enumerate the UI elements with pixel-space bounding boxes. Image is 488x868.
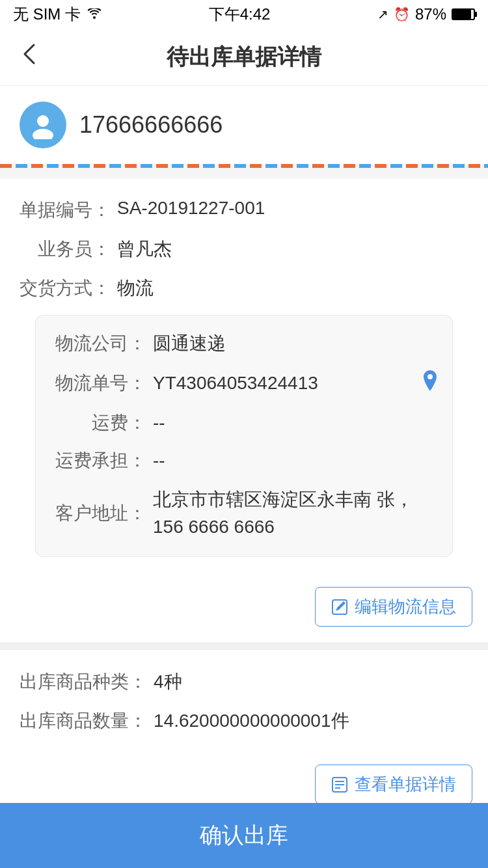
delivery-row: 交货方式： 物流 (20, 276, 468, 301)
address-label: 客户地址： (49, 501, 146, 526)
status-left: 无 SIM 卡 (13, 4, 102, 25)
customer-phone: 17666666666 (79, 111, 223, 139)
document-number-value: SA-20191227-001 (117, 198, 468, 219)
location-icon: ↗ (377, 7, 388, 22)
carrier-text: 无 SIM 卡 (13, 4, 81, 25)
goods-types-row: 出库商品种类： 4种 (20, 670, 468, 694)
section-divider (0, 642, 488, 650)
goods-section: 出库商品种类： 4种 出库商品数量： 14.620000000000001件 (0, 650, 488, 754)
staff-row: 业务员： 曾凡杰 (20, 237, 468, 262)
logistics-company-row: 物流公司： 圆通速递 (49, 331, 439, 356)
edit-logistics-label: 编辑物流信息 (355, 595, 456, 618)
confirm-outbound-button[interactable]: 确认出库 (0, 803, 488, 868)
avatar (20, 102, 66, 148)
svg-point-1 (33, 129, 53, 139)
time-display: 下午4:42 (209, 4, 271, 25)
goods-quantity-value: 14.620000000000001件 (154, 709, 349, 733)
goods-quantity-row: 出库商品数量： 14.620000000000001件 (20, 709, 468, 733)
view-details-button[interactable]: 查看单据详情 (315, 765, 472, 804)
freight-label: 运费： (49, 411, 146, 435)
nav-bar: 待出库单据详情 (0, 29, 488, 86)
goods-types-value: 4种 (154, 670, 182, 694)
delivery-label: 交货方式： (20, 276, 111, 301)
battery-icon (452, 8, 475, 20)
delivery-value: 物流 (117, 276, 468, 301)
edit-logistics-row: 编辑物流信息 (0, 576, 488, 642)
tracking-number-value: YT43064053424413 (153, 373, 411, 394)
status-bar: 无 SIM 卡 下午4:42 ↗ ⏰ 87% (0, 0, 488, 29)
tracking-number-row: 物流单号： YT43064053424413 (49, 369, 439, 398)
view-details-label: 查看单据详情 (355, 773, 456, 796)
logistics-card: 物流公司： 圆通速递 物流单号： YT43064053424413 运费： --… (35, 315, 453, 557)
logistics-company-label: 物流公司： (49, 331, 146, 356)
alarm-icon: ⏰ (394, 7, 410, 22)
address-value: 北京市市辖区海淀区永丰南 张，156 6666 6666 (153, 486, 439, 541)
freight-row: 运费： -- (49, 411, 439, 435)
back-button[interactable] (16, 36, 43, 78)
battery-text: 87% (415, 5, 446, 23)
page-title: 待出库单据详情 (167, 42, 321, 72)
freight-value: -- (153, 413, 439, 433)
freight-bearer-label: 运费承担： (49, 448, 146, 473)
address-row: 客户地址： 北京市市辖区海淀区永丰南 张，156 6666 6666 (49, 486, 439, 541)
confirm-outbound-label: 确认出库 (200, 821, 288, 850)
document-number-label: 单据编号： (20, 198, 111, 223)
customer-header: 17666666666 (0, 86, 488, 164)
svg-point-0 (37, 115, 49, 127)
track-location-icon[interactable] (421, 369, 439, 398)
edit-logistics-button[interactable]: 编辑物流信息 (315, 587, 472, 627)
goods-quantity-label: 出库商品数量： (20, 709, 147, 733)
staff-label: 业务员： (20, 237, 111, 262)
status-right: ↗ ⏰ 87% (377, 5, 475, 23)
document-number-row: 单据编号： SA-20191227-001 (20, 198, 468, 223)
document-info-section: 单据编号： SA-20191227-001 业务员： 曾凡杰 交货方式： 物流 … (0, 178, 488, 576)
logistics-company-value: 圆通速递 (153, 331, 439, 356)
tracking-number-label: 物流单号： (49, 371, 146, 396)
freight-bearer-value: -- (153, 450, 439, 471)
dashed-divider (0, 164, 488, 168)
wifi-icon (87, 6, 102, 23)
goods-types-label: 出库商品种类： (20, 670, 147, 694)
freight-bearer-row: 运费承担： -- (49, 448, 439, 473)
staff-value: 曾凡杰 (117, 237, 468, 262)
